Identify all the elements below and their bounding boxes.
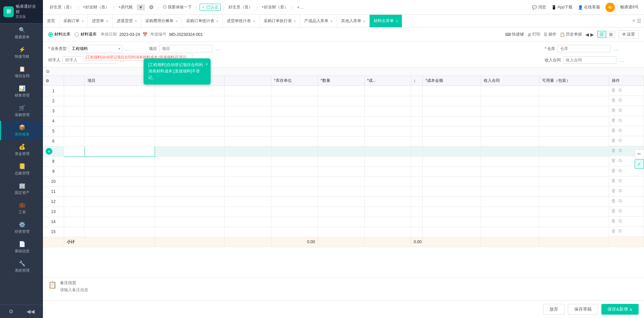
topbar-more-dropdown[interactable]: ▼ xyxy=(137,4,145,10)
tab-other-in[interactable]: 其他入库单 × xyxy=(337,15,370,28)
copy-row-btn[interactable]: ⧉ xyxy=(618,198,623,205)
topbar-nav-proxy[interactable]: +易代账 xyxy=(117,4,134,10)
view-grid-btn[interactable]: ⊞ xyxy=(607,31,615,38)
tab-cost-alloc[interactable]: 采购费用分摊单 × xyxy=(141,15,182,28)
tab-finished-goods[interactable]: 产成品入库单 × xyxy=(300,15,337,28)
float-status-icon[interactable]: ✓ xyxy=(635,159,644,169)
copy-row-btn[interactable]: ⧉ xyxy=(618,87,623,94)
copy-row-btn[interactable]: ⧉ xyxy=(618,138,623,145)
delete-row-btn[interactable]: 🗑 xyxy=(610,178,616,185)
table-settings-icon[interactable]: ⚙ xyxy=(46,69,50,74)
tab-return[interactable]: 进退货货 × xyxy=(113,15,141,28)
tab-close-return[interactable]: × xyxy=(135,19,137,23)
delete-row-btn[interactable]: 🗑 xyxy=(610,168,616,175)
copy-row-btn[interactable]: ⧉ xyxy=(618,208,623,215)
delete-row-btn[interactable]: 🗑 xyxy=(610,188,616,195)
copy-row-btn[interactable]: ⧉ xyxy=(618,158,623,165)
tab-close-inbound-stat[interactable]: × xyxy=(253,19,255,23)
online-support-btn[interactable]: 👤 在线客服 xyxy=(578,4,600,10)
delete-row-btn[interactable]: 🗑 xyxy=(610,87,616,94)
delete-row-btn[interactable]: 🗑 xyxy=(610,198,616,205)
tab-close-po[interactable]: × xyxy=(82,19,84,23)
prev-arrow[interactable]: ◀ xyxy=(585,32,589,37)
warehouse-dots[interactable]: … xyxy=(614,46,619,51)
user-avatar[interactable]: 畅 xyxy=(605,3,615,12)
sidebar-item-quick-nav[interactable]: ⚡ 快捷导航 xyxy=(0,43,43,62)
tab-close-po-stat[interactable]: × xyxy=(216,19,218,23)
draft-button[interactable]: 保存草稿 xyxy=(568,304,598,315)
add-row-btn[interactable]: + xyxy=(46,148,52,155)
topbar-certified[interactable]: ✓ 已认证 xyxy=(200,4,221,11)
tab-close-all[interactable]: × xyxy=(632,18,635,24)
delete-row-btn[interactable]: 🗑 xyxy=(610,107,616,114)
warehouse-input[interactable] xyxy=(557,45,611,52)
copy-row-btn[interactable]: ⧉ xyxy=(618,97,623,104)
col-settings[interactable]: ⚙ xyxy=(43,76,64,86)
app-download-btn[interactable]: 📱 App下载 xyxy=(551,4,573,10)
sidebar-item-basic-info[interactable]: 📄 基础信息 xyxy=(0,237,43,257)
delete-row-btn[interactable]: 🗑 xyxy=(610,148,616,155)
sidebar-item-operations[interactable]: ⚙️ 经营管理 xyxy=(0,218,43,237)
print-btn[interactable]: 🖨 打印 xyxy=(527,32,540,37)
radio-material-return[interactable]: 材料退库 xyxy=(74,32,97,37)
sidebar-item-purchase[interactable]: 🛒 采购管理 xyxy=(0,101,43,121)
tab-material-out[interactable]: 材料出库单 × xyxy=(370,15,402,28)
business-type-dots[interactable]: … xyxy=(124,46,129,51)
copy-row-btn[interactable]: ⧉ xyxy=(618,148,623,155)
copy-row-btn[interactable]: ⧉ xyxy=(618,168,623,175)
copy-row-btn[interactable]: ⧉ xyxy=(618,188,623,195)
topbar-nav-good-finance2[interactable]: +好业财（首） xyxy=(260,4,289,10)
float-edit-icon[interactable]: ✏ xyxy=(635,149,644,159)
delete-row-btn[interactable]: 🗑 xyxy=(610,127,616,135)
tooltip-close-btn[interactable]: × xyxy=(205,60,208,68)
tab-po[interactable]: 采购订单 × xyxy=(59,15,88,28)
topbar-nav-good-biz[interactable]: 好生意（首） xyxy=(48,4,75,10)
save-new-button[interactable]: 保存&新增 ∧ xyxy=(601,304,639,315)
radio-material-out[interactable]: 材料出库 xyxy=(48,32,70,37)
message-btn[interactable]: 💬 消息 xyxy=(532,4,546,10)
topbar-nav-good-biz2[interactable]: 好生意（首） xyxy=(227,4,254,10)
delete-row-btn[interactable]: 🗑 xyxy=(610,228,616,235)
next-arrow[interactable]: ▶ xyxy=(590,32,594,37)
tab-home[interactable]: 首页 xyxy=(43,15,59,28)
tab-po-exec[interactable]: 采购订单执行表 × xyxy=(260,15,300,28)
delete-row-btn[interactable]: 🗑 xyxy=(610,138,616,145)
copy-row-btn[interactable]: ⧉ xyxy=(618,228,623,235)
view-list-btn[interactable]: ☰ xyxy=(597,31,606,38)
sidebar-item-sales[interactable]: 📊 销售管理 xyxy=(0,82,43,101)
operate-btn[interactable]: ☰ 操作 xyxy=(544,32,556,37)
tab-inbound[interactable]: 进货单 × xyxy=(88,15,112,28)
copy-row-btn[interactable]: ⧉ xyxy=(618,127,623,135)
copy-row-btn[interactable]: ⧉ xyxy=(618,218,623,225)
copy-row-btn[interactable]: ⧉ xyxy=(618,107,623,114)
tab-close-other-in[interactable]: × xyxy=(363,19,365,23)
topbar-ellipsis[interactable]: +… xyxy=(296,5,305,10)
business-type-input[interactable] xyxy=(69,45,122,52)
copy-row-btn[interactable]: ⧉ xyxy=(618,178,623,185)
discard-button[interactable]: 放弃 xyxy=(543,304,565,315)
settings-bottom-icon[interactable]: ⚙ xyxy=(9,308,13,315)
sidebar-item-search[interactable]: 🔍 搜索菜单 xyxy=(0,23,43,43)
tab-close-material-out[interactable]: × xyxy=(396,19,398,23)
copy-row-btn[interactable]: ⧉ xyxy=(618,117,623,124)
tab-close-cost-alloc[interactable]: × xyxy=(175,19,177,23)
delete-row-btn[interactable]: 🗑 xyxy=(610,218,616,225)
sidebar-item-finance[interactable]: 💰 资金管理 xyxy=(0,140,43,160)
sidebar-item-ledger[interactable]: 📒 总账管理 xyxy=(0,160,43,179)
project-dots[interactable]: … xyxy=(216,46,221,51)
shortcut-btn[interactable]: ⌨ 快捷键 xyxy=(505,32,524,37)
topbar-experience[interactable]: ◎ 我要体验一下 xyxy=(161,4,193,10)
tab-close-po-exec[interactable]: × xyxy=(294,19,296,23)
notes-textarea[interactable] xyxy=(60,287,639,297)
tab-po-stat[interactable]: 采购订单统计表 × xyxy=(182,15,223,28)
tab-menu[interactable]: ☰ xyxy=(637,18,641,24)
user-name[interactable]: 畅康通8号 xyxy=(620,4,639,10)
history-btn[interactable]: 📋 历史单据 xyxy=(560,32,582,37)
sidebar-item-payroll[interactable]: 💼 工资 xyxy=(0,199,43,218)
delete-row-btn[interactable]: 🗑 xyxy=(610,158,616,165)
sidebar-item-inventory[interactable]: 📦 库存核算 xyxy=(0,121,43,140)
delete-row-btn[interactable]: 🗑 xyxy=(610,97,616,104)
delete-row-btn[interactable]: 🗑 xyxy=(610,117,616,124)
calendar-icon[interactable]: 📅 xyxy=(143,32,148,37)
topbar-nav-good-finance[interactable]: +好业财（首） xyxy=(82,4,111,10)
